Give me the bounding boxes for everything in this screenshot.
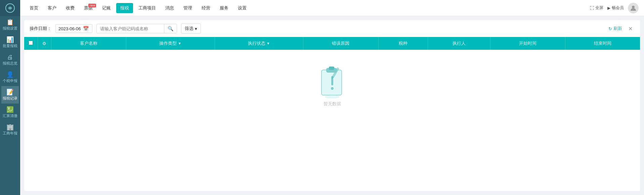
sidebar-item-huisuan-qingjiao[interactable]: 💹 汇算清缴 [1,104,19,121]
topnav-right: ⛶ 全屏 ▶ 畅会员 [590,3,639,13]
nav-item-piao-ju[interactable]: 票据new [80,3,97,13]
main-area: 首页客户收费票据new记账报税工商项目消息管理经营服务设置 ⛶ 全屏 ▶ 畅会员 [20,0,644,195]
col-label-operation_type: 操作类型 [159,40,177,46]
th-start_time: 开始时间 [490,37,565,50]
baoshui-jilu-icon: 📝 [6,89,14,95]
calendar-icon: 📅 [83,26,89,31]
filter-label: 筛选 [185,26,194,32]
svg-point-9 [325,95,340,99]
sidebar-label-huisuan-qingjiao: 汇算清缴 [3,114,17,118]
empty-state: 暂无数据 [24,50,640,120]
sidebar-label-baoshui-jilu: 报税记录 [3,96,17,101]
th-end_time: 结束时间 [565,37,640,50]
nav-item-bao-shui[interactable]: 报税 [116,3,133,13]
table-container: 操作日期： 2023-06-06 📅 🔍 筛选 ▾ ↻ 刷新 [24,20,640,191]
th-checkbox [24,37,38,50]
nav-item-xiaosi[interactable]: 消息 [161,3,178,13]
th-executor: 执行人 [428,37,490,50]
sidebar-label-piliang-baoshui: 批量报税 [3,44,17,48]
app-logo[interactable] [0,0,20,16]
sidebar: 📋 报税设置 📊 批量报税 🖨 报税总览 👤 个税申报 📝 报税记录 💹 汇算清… [0,0,20,195]
baoshui-zonglaan-icon: 🖨 [7,54,13,60]
user-avatar[interactable] [628,3,639,13]
nav-item-fuwu[interactable]: 服务 [216,3,232,13]
sidebar-item-geshui-shenbao[interactable]: 👤 个税申报 [1,69,19,86]
table-scroll-wrapper: ⚙客户名称操作类型▼执行状态▼错误原因税种执行人开始时间结束时间 [24,37,640,191]
member-button[interactable]: ▶ 畅会员 [607,5,624,11]
refresh-button[interactable]: ↻ 刷新 [608,26,622,32]
nav-item-jingying[interactable]: 经营 [198,3,214,13]
nav-item-ji-zhang[interactable]: 记账 [98,3,115,13]
close-button[interactable]: ✕ [626,25,635,33]
fullscreen-label: 全屏 [595,5,603,11]
filter-button[interactable]: 筛选 ▾ [181,24,201,34]
select-all-checkbox[interactable] [29,41,33,45]
piliang-baoshui-icon: 📊 [6,37,14,43]
date-value: 2023-06-06 [58,26,81,31]
sidebar-label-geshui-shenbao: 个税申报 [3,79,17,83]
empty-illustration [315,63,349,97]
col-label-customer_name: 客户名称 [80,41,97,46]
nav-item-shouye[interactable]: 首页 [26,3,42,13]
col-label-error_reason: 错误原因 [332,41,349,46]
th-customer_name: 客户名称 [51,37,126,50]
toolbar: 操作日期： 2023-06-06 📅 🔍 筛选 ▾ ↻ 刷新 [24,20,640,37]
search-button[interactable]: 🔍 [164,24,177,33]
member-label: 畅会员 [612,5,624,11]
gongshang-nianbao-icon: 🏢 [6,124,14,130]
sidebar-label-baoshui-shezhi: 报税设置 [3,26,17,31]
huisuan-qingjiao-icon: 💹 [6,107,14,113]
th-tax_type: 税种 [378,37,428,50]
nav-item-kehu[interactable]: 客户 [44,3,60,13]
page-content: 操作日期： 2023-06-06 📅 🔍 筛选 ▾ ↻ 刷新 [20,16,644,195]
badge-new-piao-ju: new [88,4,96,7]
col-label-executor: 执行人 [453,41,466,46]
nav-item-guanli[interactable]: 管理 [179,3,196,13]
refresh-icon: ↻ [608,26,612,31]
svg-rect-4 [329,67,334,70]
filter-icon-exec_status[interactable]: ▼ [266,41,270,45]
date-label: 操作日期： [30,26,51,32]
chevron-down-icon: ▾ [195,26,197,31]
filter-icon-operation_type[interactable]: ▼ [178,41,181,45]
fullscreen-icon: ⛶ [590,6,594,10]
th-error_reason: 错误原因 [303,37,378,50]
date-picker[interactable]: 2023-06-06 📅 [55,24,92,33]
col-label-tax_type: 税种 [399,41,407,46]
sidebar-item-baoshui-shezhi[interactable]: 📋 报税设置 [1,16,19,34]
svg-point-1 [632,6,635,8]
video-icon: ▶ [607,6,610,10]
sidebar-item-baoshui-zonglaan[interactable]: 🖨 报税总览 [1,51,19,69]
nav-item-shezhi[interactable]: 设置 [234,3,251,13]
sidebar-item-gongshang-nianbao[interactable]: 🏢 工商年报 [1,121,19,139]
fullscreen-button[interactable]: ⛶ 全屏 [590,5,603,11]
col-label-end_time: 结束时间 [594,41,611,46]
sidebar-item-piliang-baoshui[interactable]: 📊 批量报税 [1,34,19,51]
data-table: ⚙客户名称操作类型▼执行状态▼错误原因税种执行人开始时间结束时间 [24,37,640,50]
geshui-shenbao-icon: 👤 [6,72,14,78]
nav-items: 首页客户收费票据new记账报税工商项目消息管理经营服务设置 [26,3,590,13]
svg-point-6 [331,87,334,90]
empty-text: 暂无数据 [324,101,341,107]
th-settings: ⚙ [38,37,51,50]
sidebar-item-baoshui-jilu[interactable]: 📝 报税记录 [1,86,19,104]
nav-item-shoufei[interactable]: 收费 [62,3,79,13]
top-navigation: 首页客户收费票据new记账报税工商项目消息管理经营服务设置 ⛶ 全屏 ▶ 畅会员 [20,0,644,16]
nav-item-gongshang-xiangmu[interactable]: 工商项目 [134,3,160,13]
sidebar-label-gongshang-nianbao: 工商年报 [3,131,17,135]
refresh-label: 刷新 [613,26,622,32]
col-label-start_time: 开始时间 [519,41,536,46]
search-input[interactable] [97,25,164,33]
settings-icon[interactable]: ⚙ [42,41,46,46]
baoshui-shezhi-icon: 📋 [6,19,14,25]
sidebar-label-baoshui-zonglaan: 报税总览 [3,61,17,66]
search-box: 🔍 [96,24,177,33]
col-label-exec_status: 执行状态 [248,40,265,46]
th-exec_status[interactable]: 执行状态▼ [215,37,303,50]
th-operation_type[interactable]: 操作类型▼ [126,37,215,50]
